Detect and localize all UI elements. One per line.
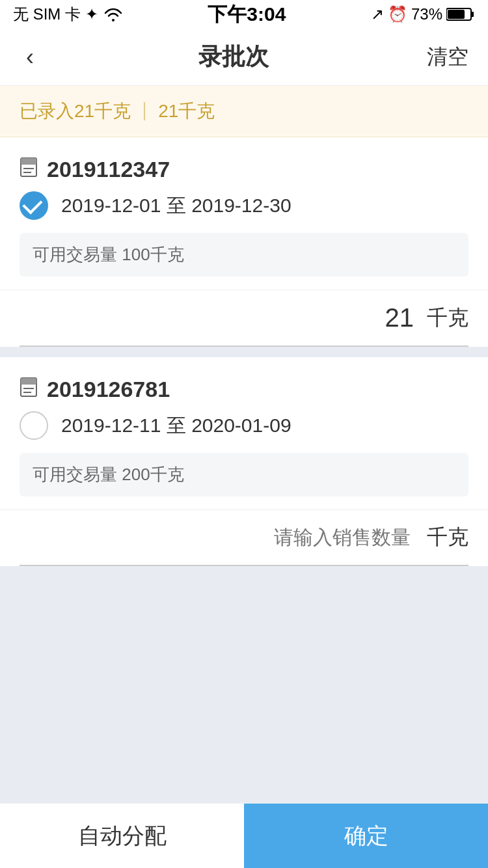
main-content: 2019112347 2019-12-01 至 2019-12-30 可用交易量…	[0, 137, 488, 868]
location-icon: ↗	[371, 5, 384, 23]
status-bar: 无 SIM 卡 ✦ 下午3:04 ↗ ⏰ 73%	[0, 0, 488, 29]
svg-rect-8	[21, 378, 36, 385]
batch-date-row-1: 2019-12-01 至 2019-12-30	[20, 191, 468, 220]
batch-doc-icon-2	[20, 377, 40, 402]
alarm-icon: ⏰	[388, 5, 407, 23]
qty-row-1: 21 千克	[0, 290, 488, 346]
qty-row-2[interactable]: 千克	[0, 509, 488, 565]
no-sim-text: 无 SIM 卡 ✦	[13, 4, 98, 25]
radio-btn-2[interactable]	[20, 411, 48, 440]
battery-icon	[446, 7, 475, 21]
qty-value-1: 21	[385, 303, 414, 332]
available-text-2: 可用交易量 200千克	[33, 465, 184, 484]
batch-date-2: 2019-12-11 至 2020-01-09	[61, 413, 291, 439]
qty-input-2[interactable]	[20, 526, 420, 549]
battery-text: 73%	[411, 5, 442, 23]
radio-btn-1[interactable]	[20, 191, 48, 220]
svg-rect-1	[471, 12, 474, 17]
wifi-icon	[103, 7, 123, 21]
status-left: 无 SIM 卡 ✦	[13, 4, 123, 25]
svg-rect-2	[448, 10, 465, 19]
summary-bar: 已录入21千克 21千克	[0, 86, 488, 137]
bottom-bar: 自动分配 确定	[0, 803, 488, 868]
batch-item-2: 2019126781 2019-12-11 至 2020-01-09 可用交易量…	[0, 357, 488, 566]
summary-entered-label: 已录入21千克	[20, 99, 131, 124]
batch-date-row-2: 2019-12-11 至 2020-01-09	[20, 411, 468, 440]
available-row-2: 可用交易量 200千克	[20, 453, 468, 496]
clear-button[interactable]: 清空	[427, 43, 468, 72]
summary-value: 21千克	[158, 99, 215, 124]
available-text-1: 可用交易量 100千克	[33, 245, 184, 264]
page-title: 录批次	[198, 41, 269, 73]
gray-fill-area	[0, 566, 488, 839]
svg-rect-4	[21, 158, 36, 165]
batch-id-row-2: 2019126781	[20, 377, 468, 402]
status-right: ↗ ⏰ 73%	[371, 5, 475, 23]
batch-id-1: 2019112347	[47, 157, 170, 182]
section-separator	[0, 347, 488, 357]
back-button[interactable]: ‹	[20, 37, 40, 77]
auto-distribute-button[interactable]: 自动分配	[0, 804, 244, 868]
nav-bar: ‹ 录批次 清空	[0, 29, 488, 86]
status-time: 下午3:04	[208, 1, 286, 28]
available-row-1: 可用交易量 100千克	[20, 233, 468, 277]
batch-id-2: 2019126781	[47, 377, 170, 402]
batch-id-row-1: 2019112347	[20, 157, 468, 182]
qty-unit-1: 千克	[427, 304, 468, 332]
batch-date-1: 2019-12-01 至 2019-12-30	[61, 193, 291, 219]
confirm-button[interactable]: 确定	[244, 804, 488, 868]
batch-doc-icon-1	[20, 157, 40, 182]
summary-divider	[144, 102, 145, 120]
qty-unit-2: 千克	[427, 523, 468, 552]
batch-item-1: 2019112347 2019-12-01 至 2019-12-30 可用交易量…	[0, 137, 488, 347]
